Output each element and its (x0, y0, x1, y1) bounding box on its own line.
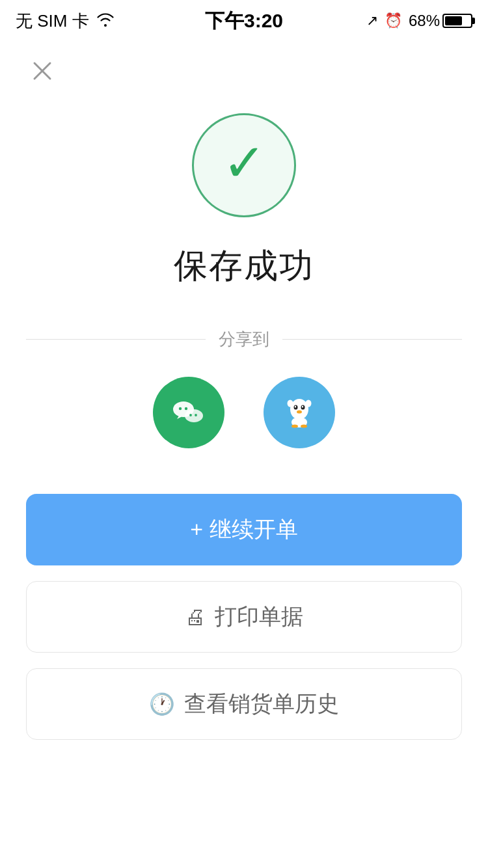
print-icon: 🖨 (185, 605, 206, 629)
success-icon-circle: ✓ (192, 113, 296, 217)
svg-point-12 (302, 406, 303, 408)
history-button[interactable]: 🕐 查看销货单历史 (26, 668, 462, 740)
svg-point-15 (291, 425, 298, 428)
time-label: 下午3:20 (205, 8, 283, 34)
alarm-icon: ⏰ (385, 12, 402, 29)
history-label: 查看销货单历史 (184, 689, 339, 719)
action-buttons: + 继续开单 🖨 打印单据 🕐 查看销货单历史 (26, 494, 462, 740)
status-bar: 无 SIM 卡 下午3:20 ↗ ⏰ 68% (0, 0, 488, 42)
continue-order-label: + 继续开单 (190, 515, 297, 545)
svg-point-18 (306, 400, 312, 407)
status-bar-left: 无 SIM 卡 (16, 10, 115, 33)
svg-point-17 (288, 400, 293, 407)
checkmark-icon: ✓ (223, 137, 266, 189)
svg-point-8 (290, 399, 308, 420)
share-divider: 分享到 (26, 328, 462, 351)
divider-line-right (282, 339, 462, 340)
history-icon: 🕐 (149, 692, 175, 716)
print-label: 打印单据 (215, 602, 303, 632)
svg-point-5 (185, 407, 187, 410)
svg-point-11 (295, 406, 296, 408)
battery-bar (442, 14, 472, 28)
location-icon: ↗ (366, 12, 378, 29)
battery-fill (445, 16, 462, 25)
print-button[interactable]: 🖨 打印单据 (26, 581, 462, 653)
svg-point-6 (189, 414, 192, 416)
svg-point-3 (185, 409, 203, 422)
continue-order-button[interactable]: + 继续开单 (26, 494, 462, 565)
share-icons-row (153, 377, 335, 448)
main-content: ✓ 保存成功 分享到 (0, 42, 488, 868)
share-label: 分享到 (219, 328, 269, 351)
battery-percent: 68% (409, 12, 440, 30)
divider-line-left (26, 339, 206, 340)
wechat-share-button[interactable] (153, 377, 224, 448)
success-title: 保存成功 (174, 243, 314, 289)
carrier-label: 无 SIM 卡 (16, 10, 89, 33)
close-button[interactable] (26, 55, 59, 87)
status-bar-right: ↗ ⏰ 68% (366, 12, 472, 30)
svg-point-13 (297, 411, 302, 414)
svg-point-4 (179, 407, 182, 410)
wifi-icon (96, 11, 115, 31)
svg-point-7 (195, 414, 197, 416)
svg-point-16 (301, 425, 307, 428)
battery-indicator: 68% (409, 12, 472, 30)
qq-share-button[interactable] (264, 377, 335, 448)
